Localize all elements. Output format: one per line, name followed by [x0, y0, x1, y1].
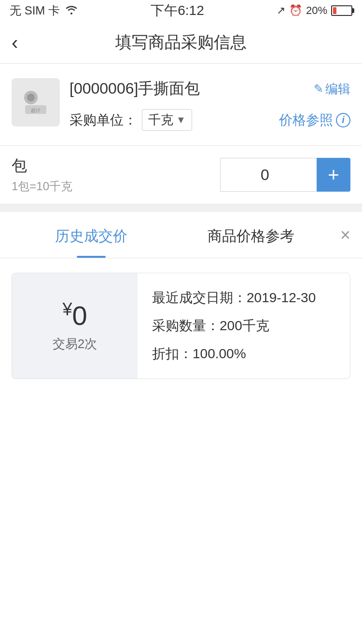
history-qty-row: 采购数量：200千克	[152, 316, 335, 336]
product-info: [0000006]手撕面包 ✎ 编辑 采购单位： 千克 ▼ 价格参照	[70, 78, 350, 131]
history-discount-row: 折扣：100.00%	[152, 344, 335, 364]
svg-text:超计: 超计	[31, 108, 41, 113]
price-ref-label: 价格参照	[279, 111, 333, 129]
price-content: ¥0 交易2次 最近成交日期：2019-12-30 采购数量：200千克 折扣：…	[0, 258, 362, 393]
tab-product-price-ref[interactable]: 商品价格参考	[171, 212, 330, 258]
battery-icon	[331, 5, 352, 16]
dropdown-arrow-icon: ▼	[176, 114, 186, 126]
edit-icon: ✎	[314, 82, 323, 96]
product-name: [0000006]手撕面包	[70, 78, 200, 99]
history-detail-block: 最近成交日期：2019-12-30 采购数量：200千克 折扣：100.00%	[138, 273, 350, 378]
product-header: [0000006]手撕面包 ✎ 编辑	[70, 78, 350, 99]
history-price-value: ¥0	[62, 299, 87, 331]
status-left: 无 SIM 卡	[10, 3, 78, 18]
help-icon: i	[336, 113, 350, 127]
unit-label: 采购单位：	[70, 111, 137, 129]
unit-value: 千克	[148, 112, 173, 128]
product-image: 超计	[12, 78, 60, 126]
price-panel: 历史成交价 商品价格参考 × ¥0 交易2次 最近成交日期：2019-12-30…	[0, 212, 362, 393]
status-right: ↗ ⏰ 20%	[277, 4, 352, 17]
quantity-input-block: +	[220, 158, 350, 192]
nav-bar: ‹ 填写商品采购信息	[0, 21, 362, 64]
bottom-space	[0, 393, 362, 644]
quantity-plus-button[interactable]: +	[317, 158, 350, 192]
product-unit-row: 采购单位： 千克 ▼ 价格参照 i	[70, 109, 350, 131]
status-time: 下午6:12	[151, 1, 204, 20]
quantity-input[interactable]	[220, 158, 317, 192]
battery-pct-label: 20%	[306, 4, 327, 17]
location-icon: ↗	[277, 4, 285, 17]
close-panel-button[interactable]: ×	[331, 215, 350, 255]
status-bar: 无 SIM 卡 下午6:12 ↗ ⏰ 20%	[0, 0, 362, 21]
currency-symbol: ¥	[62, 299, 72, 319]
quantity-unit-label: 包	[12, 155, 72, 177]
history-price-block: ¥0 交易2次	[12, 273, 138, 378]
unit-select-dropdown[interactable]: 千克 ▼	[142, 109, 192, 131]
wifi-icon	[65, 4, 78, 17]
back-button[interactable]: ‹	[12, 33, 18, 52]
quantity-section: 包 1包=10千克 +	[0, 146, 362, 204]
product-top: 超计 [0000006]手撕面包 ✎ 编辑 采购单位： 千克 ▼	[12, 78, 350, 131]
svg-point-1	[27, 94, 35, 101]
quantity-label-block: 包 1包=10千克	[12, 155, 72, 194]
history-trades-label: 交易2次	[53, 336, 97, 352]
page-title: 填写商品采购信息	[115, 31, 247, 54]
quantity-equiv-label: 1包=10千克	[12, 179, 72, 194]
tab-history-price[interactable]: 历史成交价	[12, 212, 171, 258]
history-date-row: 最近成交日期：2019-12-30	[152, 288, 335, 308]
carrier-label: 无 SIM 卡	[10, 3, 60, 18]
product-section: 超计 [0000006]手撕面包 ✎ 编辑 采购单位： 千克 ▼	[0, 64, 362, 146]
price-reference-button[interactable]: 价格参照 i	[279, 111, 350, 129]
history-card: ¥0 交易2次 最近成交日期：2019-12-30 采购数量：200千克 折扣：…	[12, 273, 350, 379]
section-divider	[0, 204, 362, 212]
edit-button[interactable]: ✎ 编辑	[314, 81, 350, 98]
alarm-icon: ⏰	[289, 4, 302, 17]
price-tabs: 历史成交价 商品价格参考 ×	[0, 212, 362, 258]
